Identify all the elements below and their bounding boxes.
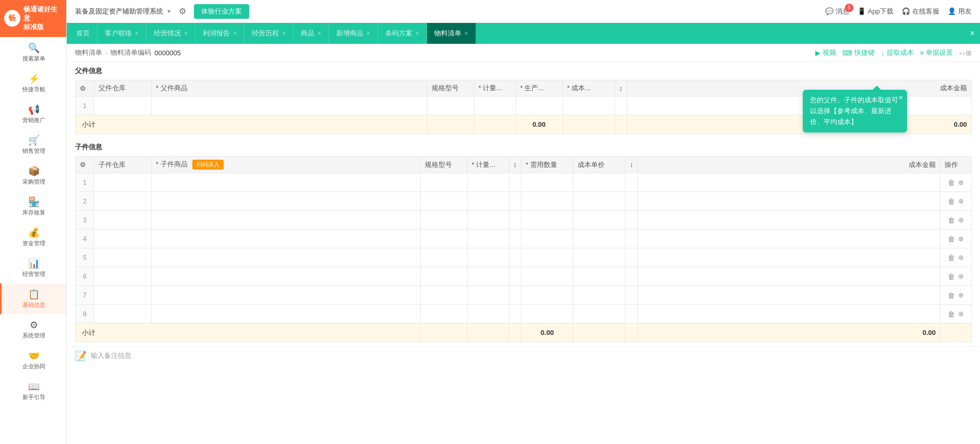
- child-cell-spec-0[interactable]: [420, 173, 467, 192]
- page-expand-icon[interactable]: ⊞: [966, 49, 972, 57]
- child-cell-spec-4[interactable]: [420, 248, 467, 267]
- child-cell-warehouse-4[interactable]: [94, 248, 152, 267]
- page-next-icon[interactable]: ›: [963, 49, 965, 57]
- child-cell-spec-6[interactable]: [420, 286, 467, 305]
- child-cell-product-4[interactable]: [152, 248, 421, 267]
- child-cell-unit-6[interactable]: [467, 286, 509, 305]
- parent-cell-prod[interactable]: [516, 97, 562, 115]
- tab-business-close[interactable]: ×: [184, 30, 188, 37]
- tab-profit[interactable]: 利润报告 ×: [195, 23, 244, 44]
- child-cell-qty-6[interactable]: [521, 286, 573, 305]
- delete-icon-1[interactable]: 🗑: [948, 197, 955, 206]
- copy-icon-7[interactable]: ⊕: [958, 310, 964, 318]
- tab-history-close[interactable]: ×: [282, 30, 286, 37]
- parent-cell-unit[interactable]: [474, 97, 516, 115]
- copy-icon-5[interactable]: ⊕: [958, 272, 964, 280]
- tab-customers[interactable]: 客户联络 ×: [97, 23, 146, 44]
- tooltip-close-button[interactable]: ×: [899, 92, 903, 103]
- tab-newgoods-close[interactable]: ×: [366, 30, 370, 37]
- extract-cost-button[interactable]: ↓ 提取成本: [881, 48, 914, 57]
- child-cell-warehouse-7[interactable]: [94, 305, 152, 323]
- single-setting-button[interactable]: ≡ 单据设置: [920, 48, 953, 57]
- sidebar-item-marketing[interactable]: 📢 营销推广: [0, 99, 66, 129]
- delete-icon-5[interactable]: 🗑: [948, 272, 955, 281]
- tab-newgoods[interactable]: 新增商品 ×: [329, 23, 378, 44]
- parent-cell-spec[interactable]: [427, 97, 474, 115]
- child-cell-qty-3[interactable]: [521, 230, 573, 248]
- child-cell-unitprice-0[interactable]: [573, 173, 626, 192]
- tab-bom-close[interactable]: ×: [464, 30, 468, 37]
- child-cell-unitprice-4[interactable]: [573, 248, 626, 267]
- copy-icon-1[interactable]: ⊕: [958, 197, 964, 205]
- tab-barcode[interactable]: 条码方案 ×: [378, 23, 427, 44]
- child-cell-product-5[interactable]: [152, 267, 421, 286]
- tab-barcode-close[interactable]: ×: [415, 30, 419, 37]
- child-cell-unitprice-6[interactable]: [573, 286, 626, 305]
- shortcut-button[interactable]: ⌨ 快捷键: [842, 48, 875, 57]
- app-download-button[interactable]: 📱 App下载: [858, 7, 893, 16]
- user-avatar[interactable]: 👤 用友: [948, 7, 972, 16]
- tab-profit-close[interactable]: ×: [233, 30, 237, 37]
- sidebar-item-search[interactable]: 🔍 搜索菜单: [0, 37, 66, 68]
- parent-cell-cost[interactable]: [562, 97, 615, 115]
- child-cell-unitprice-5[interactable]: [573, 267, 626, 286]
- copy-icon-3[interactable]: ⊕: [958, 235, 964, 243]
- delete-icon-3[interactable]: 🗑: [948, 235, 955, 243]
- tab-history[interactable]: 经营历程 ×: [244, 23, 293, 44]
- child-cell-unit-7[interactable]: [467, 305, 509, 323]
- tab-business[interactable]: 经营情况 ×: [146, 23, 195, 44]
- sidebar-item-finance[interactable]: 💰 资金管理: [0, 222, 66, 253]
- trial-button[interactable]: 体验行业方案: [194, 4, 249, 19]
- sidebar-item-basicinfo[interactable]: 📋 基础信息: [0, 283, 66, 314]
- child-cell-unitprice-3[interactable]: [573, 230, 626, 248]
- child-cell-product-7[interactable]: [152, 305, 421, 323]
- message-button[interactable]: 💬 5 消息: [825, 7, 849, 16]
- gear-button[interactable]: ⚙: [175, 4, 190, 19]
- copy-icon-6[interactable]: ⊕: [958, 291, 964, 299]
- child-cell-unitprice-1[interactable]: [573, 192, 626, 211]
- sidebar-item-purchase[interactable]: 📦 采购管理: [0, 160, 66, 191]
- delete-icon-4[interactable]: 🗑: [948, 254, 955, 262]
- delete-icon-0[interactable]: 🗑: [948, 178, 955, 187]
- sidebar-item-quicknav[interactable]: ⚡ 快捷导航: [0, 68, 66, 99]
- tab-customers-close[interactable]: ×: [135, 30, 139, 37]
- child-cell-unit-3[interactable]: [467, 230, 509, 248]
- delete-icon-6[interactable]: 🗑: [948, 291, 955, 299]
- child-cell-qty-2[interactable]: [521, 211, 573, 230]
- tab-goods-close[interactable]: ×: [317, 30, 321, 37]
- child-cell-unit-4[interactable]: [467, 248, 509, 267]
- child-cell-product-3[interactable]: [152, 230, 421, 248]
- parent-cell-warehouse[interactable]: [94, 97, 152, 115]
- sidebar-item-sales[interactable]: 🛒 销售管理: [0, 129, 66, 160]
- child-cell-qty-0[interactable]: [521, 173, 573, 192]
- child-cell-unit-5[interactable]: [467, 267, 509, 286]
- parent-cell-product[interactable]: [152, 97, 427, 115]
- view-button[interactable]: ▶ 视频: [815, 48, 836, 57]
- child-cell-qty-7[interactable]: [521, 305, 573, 323]
- tab-panel-close[interactable]: ×: [965, 23, 980, 44]
- child-cell-spec-1[interactable]: [420, 192, 467, 211]
- child-cell-unitprice-7[interactable]: [573, 305, 626, 323]
- sidebar-item-operation[interactable]: 📊 经营管理: [0, 253, 66, 283]
- child-cell-qty-5[interactable]: [521, 267, 573, 286]
- delete-icon-7[interactable]: 🗑: [948, 310, 955, 318]
- child-cell-spec-2[interactable]: [420, 211, 467, 230]
- child-cell-warehouse-6[interactable]: [94, 286, 152, 305]
- sidebar-item-guide[interactable]: 📖 新手引导: [0, 376, 66, 406]
- child-cell-unit-0[interactable]: [467, 173, 509, 192]
- child-cell-warehouse-1[interactable]: [94, 192, 152, 211]
- copy-icon-0[interactable]: ⊕: [958, 178, 964, 186]
- child-cell-warehouse-2[interactable]: [94, 211, 152, 230]
- child-cell-warehouse-5[interactable]: [94, 267, 152, 286]
- delete-icon-2[interactable]: 🗑: [948, 216, 955, 224]
- child-cell-product-6[interactable]: [152, 286, 421, 305]
- tab-home[interactable]: 首页: [69, 23, 97, 44]
- sidebar-item-collab[interactable]: 🤝 企业协同: [0, 345, 66, 376]
- child-cell-product-2[interactable]: [152, 211, 421, 230]
- online-service-button[interactable]: 🎧 在线客服: [902, 7, 939, 16]
- child-cell-qty-4[interactable]: [521, 248, 573, 267]
- child-cell-warehouse-3[interactable]: [94, 230, 152, 248]
- child-cell-unit-1[interactable]: [467, 192, 509, 211]
- child-cell-qty-1[interactable]: [521, 192, 573, 211]
- child-cell-product-1[interactable]: [152, 192, 421, 211]
